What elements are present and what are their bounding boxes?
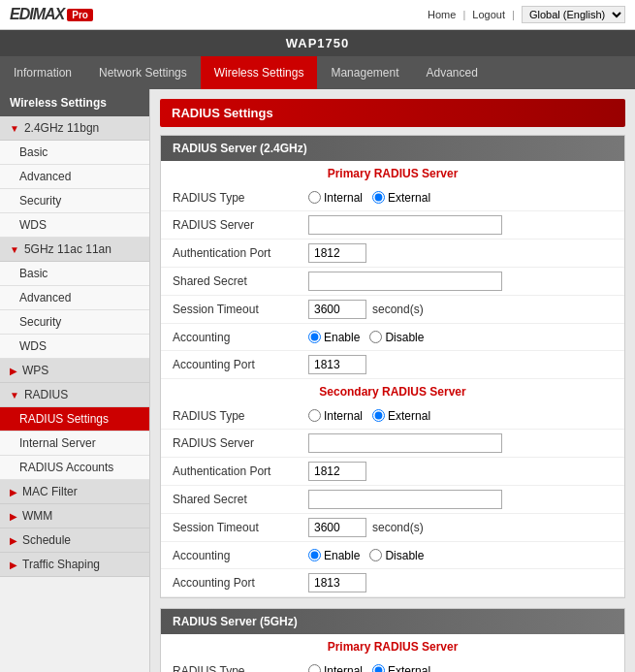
sidebar-item-internal-server[interactable]: Internal Server — [0, 432, 149, 456]
sidebar-group-header-2.4ghz[interactable]: ▼ 2.4GHz 11bgn — [0, 116, 149, 141]
unit-label: second(s) — [372, 521, 424, 534]
sidebar-item-wds-5[interactable]: WDS — [0, 335, 149, 359]
field-value — [308, 215, 613, 235]
form-row-accounting-primary-2.4: Accounting Enable Disable — [161, 324, 624, 351]
accounting-port-input-secondary[interactable] — [308, 573, 366, 592]
internal-radio[interactable] — [308, 409, 321, 422]
field-value — [308, 462, 613, 481]
session-timeout-input[interactable] — [308, 300, 366, 319]
layout: Wireless Settings ▼ 2.4GHz 11bgn Basic A… — [0, 89, 635, 672]
sidebar-item-radius-accounts[interactable]: RADIUS Accounts — [0, 456, 149, 480]
sidebar-group-header-wmm[interactable]: ▶ WMM — [0, 504, 149, 528]
field-value — [308, 272, 613, 291]
sidebar-group-wmm: ▶ WMM — [0, 504, 149, 528]
group-label: 5GHz 11ac 11an — [24, 242, 111, 256]
radio-disable[interactable]: Disable — [369, 549, 424, 562]
sidebar-item-wds-2.4[interactable]: WDS — [0, 213, 149, 238]
disable-radio[interactable] — [369, 331, 382, 343]
nav-wireless-settings[interactable]: Wireless Settings — [201, 56, 318, 89]
radius-server-input[interactable] — [308, 215, 502, 235]
radio-disable[interactable]: Disable — [369, 331, 424, 344]
sidebar-group-header-5ghz[interactable]: ▼ 5GHz 11ac 11an — [0, 238, 149, 262]
sidebar: Wireless Settings ▼ 2.4GHz 11bgn Basic A… — [0, 89, 150, 672]
internal-radio[interactable] — [308, 664, 321, 672]
sidebar-item-radius-settings[interactable]: RADIUS Settings — [0, 407, 149, 432]
field-label: RADIUS Server — [173, 218, 308, 232]
field-label: Session Timeout — [173, 521, 308, 534]
shared-secret-input[interactable] — [308, 272, 502, 291]
external-radio[interactable] — [372, 191, 385, 204]
accounting-port-input[interactable] — [308, 355, 366, 374]
field-value: second(s) — [308, 518, 613, 537]
external-radio[interactable] — [372, 664, 385, 672]
logout-link[interactable]: Logout — [472, 9, 505, 20]
radio-enable[interactable]: Enable — [308, 331, 360, 344]
form-row-shared-secret-primary-2.4: Shared Secret — [161, 268, 624, 296]
logo-pro: Pro — [67, 9, 93, 21]
auth-port-input[interactable] — [308, 243, 366, 263]
sidebar-item-basic-5[interactable]: Basic — [0, 262, 149, 286]
sidebar-group-header-traffic[interactable]: ▶ Traffic Shaping — [0, 553, 149, 577]
enable-radio[interactable] — [308, 331, 321, 343]
field-label: Accounting Port — [173, 576, 308, 590]
group-label: Traffic Shaping — [22, 558, 100, 571]
form-row-shared-secret-secondary-2.4: Shared Secret — [161, 486, 624, 514]
accounting-radio-secondary: Enable Disable — [308, 549, 613, 562]
sidebar-group-header-wps[interactable]: ▶ WPS — [0, 359, 149, 383]
arrow-icon: ▼ — [10, 123, 19, 134]
group-label: 2.4GHz 11bgn — [24, 121, 99, 135]
nav-management[interactable]: Management — [317, 56, 412, 89]
form-row-radius-type-5ghz: RADIUS Type Internal External — [161, 657, 624, 672]
sidebar-item-security-2.4[interactable]: Security — [0, 189, 149, 213]
internal-radio[interactable] — [308, 191, 321, 204]
sidebar-item-advanced-5[interactable]: Advanced — [0, 286, 149, 310]
form-row-radius-server-secondary-2.4: RADIUS Server — [161, 430, 624, 458]
field-value — [308, 355, 613, 374]
arrow-icon: ▼ — [10, 390, 19, 400]
sidebar-group-5ghz: ▼ 5GHz 11ac 11an Basic Advanced Security… — [0, 238, 149, 359]
sidebar-group-header-schedule[interactable]: ▶ Schedule — [0, 528, 149, 553]
sidebar-group-header-radius[interactable]: ▼ RADIUS — [0, 383, 149, 407]
field-label: RADIUS Type — [173, 409, 308, 423]
radio-internal[interactable]: Internal — [308, 664, 363, 673]
radius-type-radio-5ghz: Internal External — [308, 664, 613, 673]
disable-radio[interactable] — [369, 549, 382, 561]
radio-internal[interactable]: Internal — [308, 191, 363, 205]
arrow-icon: ▶ — [10, 560, 17, 570]
sidebar-group-schedule: ▶ Schedule — [0, 528, 149, 553]
radius-type-radio: Internal External — [308, 191, 613, 205]
language-select[interactable]: Global (English) — [522, 6, 625, 23]
enable-radio[interactable] — [308, 549, 321, 561]
section-header-2.4ghz: RADIUS Server (2.4GHz) — [161, 136, 624, 161]
arrow-icon: ▶ — [10, 511, 17, 522]
form-row-radius-type-primary-2.4: RADIUS Type Internal External — [161, 184, 624, 211]
radio-external[interactable]: External — [372, 664, 430, 673]
sidebar-item-basic-2.4[interactable]: Basic — [0, 141, 149, 165]
group-label: Schedule — [22, 533, 71, 547]
radio-internal[interactable]: Internal — [308, 409, 363, 423]
radio-external[interactable]: External — [372, 409, 430, 423]
field-value: second(s) — [308, 300, 613, 319]
field-label: Shared Secret — [173, 274, 308, 288]
primary-radius-title-5ghz: Primary RADIUS Server — [161, 634, 624, 657]
nav-network-settings[interactable]: Network Settings — [85, 56, 201, 89]
radio-external[interactable]: External — [372, 191, 430, 205]
radius-server-input-secondary[interactable] — [308, 433, 502, 453]
primary-radius-title: Primary RADIUS Server — [161, 161, 624, 184]
field-label: Authentication Port — [173, 246, 308, 260]
field-label: RADIUS Type — [173, 664, 308, 673]
sidebar-item-advanced-2.4[interactable]: Advanced — [0, 165, 149, 189]
form-row-radius-server-primary-2.4: RADIUS Server — [161, 211, 624, 240]
home-link[interactable]: Home — [428, 9, 456, 20]
auth-port-input-secondary[interactable] — [308, 462, 366, 481]
sidebar-group-header-mac[interactable]: ▶ MAC Filter — [0, 480, 149, 504]
sidebar-item-security-5[interactable]: Security — [0, 310, 149, 335]
nav-information[interactable]: Information — [0, 56, 85, 89]
nav-advanced[interactable]: Advanced — [412, 56, 491, 89]
group-label: RADIUS — [24, 388, 68, 401]
radio-enable[interactable]: Enable — [308, 549, 360, 562]
session-timeout-input-secondary[interactable] — [308, 518, 366, 537]
shared-secret-input-secondary[interactable] — [308, 490, 502, 509]
external-radio[interactable] — [372, 409, 385, 422]
logo: EDIMAX Pro — [10, 6, 93, 23]
